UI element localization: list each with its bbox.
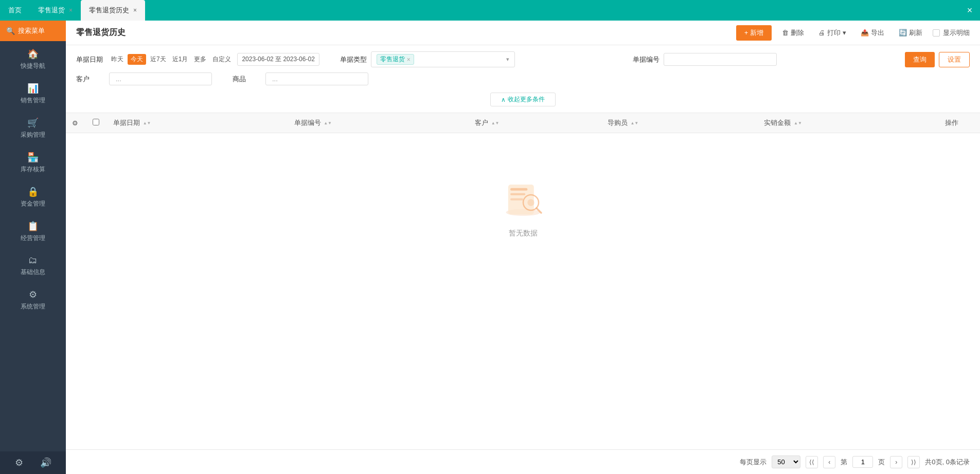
th-number[interactable]: 单据编号 ▲▼ bbox=[288, 113, 469, 133]
total-label: 共0页, 0条记录 bbox=[925, 458, 970, 467]
sound-icon[interactable]: 🔊 bbox=[40, 457, 51, 468]
th-date[interactable]: 单据日期 ▲▼ bbox=[107, 113, 288, 133]
display-detail-label: 显示明细 bbox=[943, 28, 970, 38]
next-page-button[interactable]: › bbox=[890, 456, 902, 468]
th-customer[interactable]: 客户 ▲▼ bbox=[469, 113, 601, 133]
type-dropdown-arrow-icon: ▾ bbox=[506, 56, 509, 63]
type-tag-close[interactable]: × bbox=[407, 56, 411, 63]
settings-icon[interactable]: ⚙ bbox=[15, 457, 23, 468]
sidebar-search[interactable]: 🔍 搜索菜单 bbox=[0, 21, 66, 41]
goods-label: 商品 bbox=[233, 75, 261, 84]
main-layout: 🔍 搜索菜单 🏠 快捷导航 📊 销售管理 🛒 采购管理 🏪 库存核算 🔒 bbox=[0, 21, 980, 474]
delete-button[interactable]: 🗑 删除 bbox=[778, 26, 808, 40]
table-header-row: ⚙ 单据日期 ▲▼ 单据编号 ▲▼ bbox=[66, 113, 980, 133]
current-page-input[interactable] bbox=[852, 456, 873, 468]
th-guide[interactable]: 导购员 ▲▼ bbox=[601, 113, 758, 133]
collapse-label: 收起更多条件 bbox=[508, 95, 545, 104]
date-opt-7days[interactable]: 近7天 bbox=[148, 54, 168, 65]
svg-point-7 bbox=[527, 199, 534, 206]
prev-page-button[interactable]: ‹ bbox=[823, 456, 835, 468]
tab-retail-return-history[interactable]: 零售退货历史 × bbox=[81, 0, 145, 21]
quick-nav-icon: 🏠 bbox=[27, 48, 39, 60]
empty-text: 暂无数据 bbox=[509, 229, 538, 238]
th-amount[interactable]: 实销金额 ▲▼ bbox=[758, 113, 939, 133]
sidebar-footer: ⚙ 🔊 bbox=[0, 451, 66, 474]
gear-icon[interactable]: ⚙ bbox=[72, 119, 78, 127]
filter-area: 单据日期 昨天 今天 近7天 近1月 更多 自定义 2023-06-02 至 2… bbox=[66, 45, 980, 113]
window-close-button[interactable]: × bbox=[959, 0, 980, 21]
sidebar-item-label: 系统管理 bbox=[21, 302, 45, 311]
display-detail-checkbox[interactable] bbox=[933, 29, 940, 37]
pagination-bar: 每页显示 50 100 200 ⟨⟨ ‹ 第 页 › ⟩⟩ 共0页, 0条记录 bbox=[66, 449, 980, 474]
goods-input[interactable]: ... bbox=[265, 72, 368, 85]
type-tag-text: 零售退货 bbox=[380, 55, 405, 64]
sales-mgmt-icon: 📊 bbox=[27, 83, 39, 94]
page-header: 零售退货历史 + 新增 🗑 删除 🖨 打印 ▾ 📤 导出 🔄 bbox=[66, 21, 980, 45]
tab-retail-return[interactable]: 零售退货 × bbox=[30, 0, 81, 21]
search-icon: 🔍 bbox=[6, 27, 15, 35]
basic-info-icon: 🗂 bbox=[28, 255, 38, 266]
tab-retail-return-history-close[interactable]: × bbox=[133, 7, 137, 14]
table-head: ⚙ 单据日期 ▲▼ 单据编号 ▲▼ bbox=[66, 113, 980, 133]
sidebar-item-label: 经营管理 bbox=[21, 234, 45, 243]
number-sort-icon: ▲▼ bbox=[324, 121, 332, 125]
fund-mgmt-icon: 🔒 bbox=[27, 186, 39, 197]
first-page-button[interactable]: ⟨⟨ bbox=[806, 456, 818, 468]
date-opt-1month[interactable]: 近1月 bbox=[170, 54, 190, 65]
date-options: 昨天 今天 近7天 近1月 更多 自定义 bbox=[109, 54, 233, 65]
sidebar-item-system-mgmt[interactable]: ⚙ 系统管理 bbox=[0, 282, 66, 316]
sidebar-item-quick-nav[interactable]: 🏠 快捷导航 bbox=[0, 41, 66, 76]
th-check[interactable] bbox=[86, 113, 107, 133]
sidebar-item-operation-mgmt[interactable]: 📋 经营管理 bbox=[0, 213, 66, 248]
customer-input[interactable]: ... bbox=[109, 72, 212, 85]
tab-home[interactable]: 首页 bbox=[0, 0, 30, 21]
date-sort-icon: ▲▼ bbox=[143, 121, 151, 125]
sidebar-item-fund-mgmt[interactable]: 🔒 资金管理 bbox=[0, 179, 66, 213]
collapse-button[interactable]: ∧ 收起更多条件 bbox=[490, 93, 556, 106]
select-all-checkbox[interactable] bbox=[93, 119, 99, 125]
number-input[interactable] bbox=[664, 53, 777, 66]
page-size-select[interactable]: 50 100 200 bbox=[772, 455, 800, 468]
date-range[interactable]: 2023-06-02 至 2023-06-02 bbox=[237, 53, 319, 66]
type-value-dropdown[interactable]: 零售退货 × ▾ bbox=[371, 51, 515, 67]
page-label-after: 页 bbox=[878, 458, 885, 467]
page-size-label: 每页显示 bbox=[740, 458, 767, 467]
print-button[interactable]: 🖨 打印 ▾ bbox=[814, 26, 850, 40]
sidebar-item-basic-info[interactable]: 🗂 基础信息 bbox=[0, 248, 66, 282]
sidebar-item-purchase-mgmt[interactable]: 🛒 采购管理 bbox=[0, 110, 66, 144]
operation-mgmt-icon: 📋 bbox=[27, 221, 39, 232]
refresh-icon: 🔄 bbox=[899, 29, 907, 37]
last-page-button[interactable]: ⟩⟩ bbox=[907, 456, 920, 468]
svg-rect-2 bbox=[510, 188, 527, 191]
sidebar-item-label: 基础信息 bbox=[21, 268, 45, 277]
refresh-button[interactable]: 🔄 刷新 bbox=[895, 26, 926, 40]
date-opt-today[interactable]: 今天 bbox=[128, 54, 146, 65]
svg-rect-3 bbox=[510, 193, 525, 195]
sidebar-item-inventory-calc[interactable]: 🏪 库存核算 bbox=[0, 144, 66, 179]
filter-row-2: 客户 ... 商品 ... bbox=[76, 72, 970, 85]
new-button[interactable]: + 新增 bbox=[736, 25, 772, 41]
print-arrow-icon: ▾ bbox=[843, 29, 846, 37]
tab-home-label: 首页 bbox=[8, 6, 22, 15]
th-gear[interactable]: ⚙ bbox=[66, 113, 86, 133]
date-label: 单据日期 bbox=[76, 55, 105, 64]
page-label-before: 第 bbox=[841, 458, 847, 467]
query-button[interactable]: 查询 bbox=[905, 52, 935, 67]
date-opt-yesterday[interactable]: 昨天 bbox=[109, 54, 126, 65]
number-label: 单据编号 bbox=[633, 55, 660, 64]
sidebar-item-label: 快捷导航 bbox=[21, 62, 45, 70]
date-opt-more[interactable]: 更多 bbox=[192, 54, 208, 65]
tab-retail-return-close[interactable]: × bbox=[69, 7, 73, 14]
delete-icon: 🗑 bbox=[782, 29, 789, 37]
settings-button[interactable]: 设置 bbox=[939, 52, 970, 67]
date-opt-custom[interactable]: 自定义 bbox=[210, 54, 233, 65]
refresh-label: 刷新 bbox=[909, 28, 922, 38]
sidebar-item-label: 销售管理 bbox=[21, 96, 45, 105]
export-button[interactable]: 📤 导出 bbox=[857, 26, 888, 40]
tab-retail-return-label: 零售退货 bbox=[38, 6, 65, 15]
print-icon: 🖨 bbox=[818, 29, 825, 37]
sidebar-item-sales-mgmt[interactable]: 📊 销售管理 bbox=[0, 76, 66, 110]
th-action: 操作 bbox=[939, 113, 980, 133]
filter-goods-section: 商品 ... bbox=[233, 72, 970, 85]
sidebar-item-label: 采购管理 bbox=[21, 131, 45, 139]
